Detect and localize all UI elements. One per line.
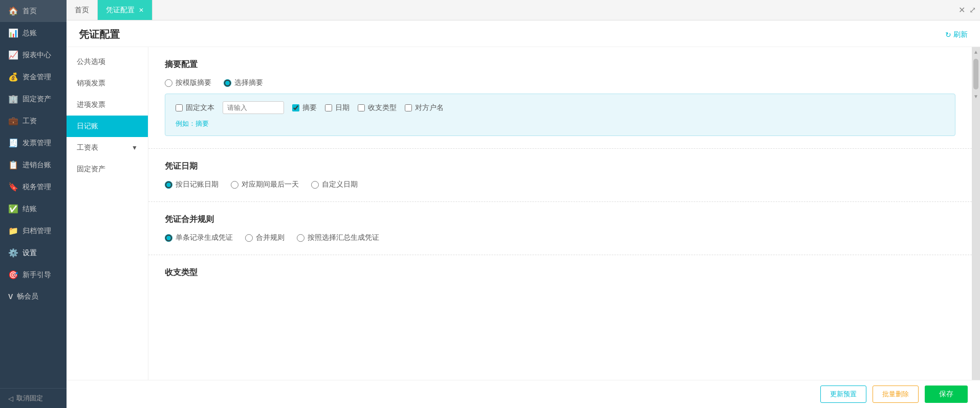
- radio-merge-rule-label: 合并规则: [256, 233, 285, 242]
- sidebar-item-ledger[interactable]: 📊 总账: [0, 22, 67, 44]
- scroll-thumb[interactable]: [973, 59, 978, 89]
- sidebar-item-assets[interactable]: 🏢 固定资产: [0, 88, 67, 110]
- sidebar-item-archive[interactable]: 📁 归档管理: [0, 220, 67, 242]
- sidebar-item-member[interactable]: V 畅会员: [0, 286, 67, 307]
- home-icon: 🏠: [8, 6, 18, 16]
- left-nav-label: 固定资产: [77, 165, 105, 174]
- checkbox-income-type[interactable]: 收支类型: [358, 103, 397, 112]
- radio-single-record-input[interactable]: [165, 234, 172, 242]
- sidebar-item-tax[interactable]: 🔖 税务管理: [0, 176, 67, 198]
- sidebar-item-reports[interactable]: 📈 报表中心: [0, 44, 67, 66]
- radio-period-last-day-input[interactable]: [231, 181, 238, 189]
- fixed-text-input[interactable]: [223, 101, 284, 114]
- sidebar-item-home[interactable]: 🏠 首页: [0, 0, 67, 22]
- radio-by-journal-date-input[interactable]: [165, 181, 172, 189]
- tab-bar: 首页 凭证配置 ✕ ✕ ⤢: [67, 0, 980, 20]
- checkbox-summary[interactable]: 摘要: [292, 103, 317, 112]
- sidebar-label: 固定资产: [23, 95, 51, 104]
- checkbox-date[interactable]: 日期: [325, 103, 350, 112]
- summary-checkbox-row: 固定文本 摘要 日期 收支类型: [176, 101, 945, 114]
- refresh-button[interactable]: ↻ 刷新: [945, 30, 968, 39]
- guide-icon: 🎯: [8, 270, 18, 280]
- summary-config-section: 摘要配置 按模版摘要 选择摘要 固定文本: [148, 47, 972, 149]
- radio-custom-date[interactable]: 自定义日期: [311, 180, 358, 189]
- sidebar-label: 新手引导: [23, 270, 51, 280]
- archive-icon: 📁: [8, 226, 18, 236]
- merge-rules-section: 凭证合并规则 单条记录生成凭证 合并规则 按照选择汇总生成凭证: [148, 202, 972, 255]
- tab-voucher-config[interactable]: 凭证配置 ✕: [98, 0, 153, 20]
- radio-template-summary[interactable]: 按模版摘要: [165, 78, 211, 87]
- left-nav-purchase-invoice[interactable]: 进项发票: [67, 94, 148, 116]
- voucher-date-radio-group: 按日记账日期 对应期间最后一天 自定义日期: [165, 180, 955, 189]
- close-window-icon[interactable]: ✕: [959, 5, 965, 15]
- summary-config-box: 固定文本 摘要 日期 收支类型: [165, 94, 955, 136]
- left-nav-payroll[interactable]: 工资表 ▼: [67, 137, 148, 158]
- radio-by-journal-date-label: 按日记账日期: [176, 180, 219, 189]
- radio-summary-generate[interactable]: 按照选择汇总生成凭证: [297, 233, 379, 242]
- funds-icon: 💰: [8, 72, 18, 82]
- invoice-icon: 🧾: [8, 138, 18, 148]
- left-nav-sales-invoice[interactable]: 销项发票: [67, 73, 148, 94]
- batch-delete-button[interactable]: 批量删除: [873, 386, 919, 403]
- sidebar-item-purchase-sales[interactable]: 📋 进销台账: [0, 154, 67, 176]
- sidebar-item-salary[interactable]: 💼 工资: [0, 110, 67, 132]
- sidebar-label: 归档管理: [23, 226, 51, 236]
- radio-template-summary-input[interactable]: [165, 79, 172, 87]
- sidebar-label: 资金管理: [23, 73, 51, 82]
- radio-summary-generate-label: 按照选择汇总生成凭证: [308, 233, 379, 242]
- save-button[interactable]: 保存: [925, 386, 968, 403]
- page-header: 凭证配置 ↻ 刷新: [67, 20, 980, 47]
- tab-home[interactable]: 首页: [67, 0, 98, 20]
- scroll-up-arrow[interactable]: ▲: [971, 47, 980, 57]
- sidebar-item-guide[interactable]: 🎯 新手引导: [0, 264, 67, 286]
- checkbox-summary-input[interactable]: [292, 104, 299, 111]
- radio-select-summary-label: 选择摘要: [234, 78, 263, 87]
- left-nav-fixed-assets[interactable]: 固定资产: [67, 158, 148, 180]
- sidebar: 🏠 首页 📊 总账 📈 报表中心 💰 资金管理 🏢 固定资产 💼 工资 🧾 发票…: [0, 0, 67, 408]
- tab-close-icon[interactable]: ✕: [139, 7, 144, 14]
- radio-by-journal-date[interactable]: 按日记账日期: [165, 180, 219, 189]
- radio-period-last-day-label: 对应期间最后一天: [242, 180, 299, 189]
- checkbox-fixed-text-label: 固定文本: [186, 103, 214, 112]
- merge-rules-radio-group: 单条记录生成凭证 合并规则 按照选择汇总生成凭证: [165, 233, 955, 242]
- sidebar-label: 总账: [23, 29, 37, 38]
- radio-merge-rule[interactable]: 合并规则: [245, 233, 285, 242]
- assets-icon: 🏢: [8, 94, 18, 104]
- sidebar-label: 设置: [23, 248, 37, 258]
- content-body: 公共选项 销项发票 进项发票 日记账 工资表 ▼ 固定资产 摘要配置: [67, 47, 980, 408]
- sidebar-label: 税务管理: [23, 183, 51, 192]
- cancel-pin-button[interactable]: ◁ 取消固定: [0, 388, 67, 408]
- radio-single-record[interactable]: 单条记录生成凭证: [165, 233, 233, 242]
- radio-custom-date-input[interactable]: [311, 181, 319, 189]
- reports-icon: 📈: [8, 50, 18, 60]
- refresh-label: 刷新: [953, 30, 968, 39]
- sidebar-label: 工资: [23, 117, 37, 126]
- sidebar-item-settings[interactable]: ⚙️ 设置: [0, 242, 67, 264]
- checkbox-income-type-input[interactable]: [358, 104, 365, 111]
- radio-summary-generate-input[interactable]: [297, 234, 304, 242]
- pin-icon: ◁: [8, 395, 13, 402]
- radio-select-summary-input[interactable]: [224, 79, 231, 87]
- sidebar-label: 首页: [23, 7, 37, 16]
- tab-voucher-config-label: 凭证配置: [106, 6, 135, 15]
- sidebar-item-funds[interactable]: 💰 资金管理: [0, 66, 67, 88]
- checkbox-fixed-text[interactable]: 固定文本: [176, 103, 214, 112]
- scroll-down-arrow[interactable]: ▼: [971, 92, 980, 101]
- checkbox-counterpart-input[interactable]: [405, 104, 412, 111]
- left-nav: 公共选项 销项发票 进项发票 日记账 工资表 ▼ 固定资产: [67, 47, 148, 408]
- example-text: 例如：摘要: [176, 119, 945, 128]
- sidebar-item-checkout[interactable]: ✅ 结账: [0, 198, 67, 220]
- left-nav-public[interactable]: 公共选项: [67, 51, 148, 73]
- radio-period-last-day[interactable]: 对应期间最后一天: [231, 180, 299, 189]
- left-nav-journal[interactable]: 日记账: [67, 116, 148, 137]
- settings-icon: ⚙️: [8, 248, 18, 258]
- checkbox-counterpart[interactable]: 对方户名: [405, 103, 444, 112]
- sidebar-item-invoice[interactable]: 🧾 发票管理: [0, 132, 67, 154]
- checkbox-fixed-text-input[interactable]: [176, 104, 183, 111]
- update-preview-button[interactable]: 更新预置: [820, 386, 866, 403]
- radio-merge-rule-input[interactable]: [245, 234, 253, 242]
- checkbox-date-input[interactable]: [325, 104, 332, 111]
- ledger-icon: 📊: [8, 28, 18, 38]
- resize-window-icon[interactable]: ⤢: [969, 5, 976, 15]
- radio-select-summary[interactable]: 选择摘要: [224, 78, 263, 87]
